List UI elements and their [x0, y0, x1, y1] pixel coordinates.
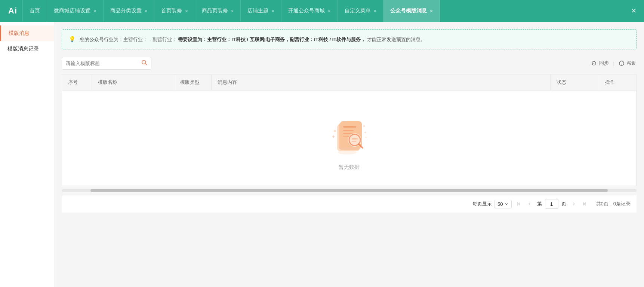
tab-micro-shop-label: 微商城店铺设置: [54, 7, 90, 14]
svg-rect-16: [352, 141, 356, 142]
tab-store-theme-close[interactable]: ×: [271, 8, 274, 14]
tab-open-mall-label: 开通公众号商城: [288, 7, 325, 14]
search-input-wrap: [62, 57, 151, 70]
last-page-icon: [582, 202, 586, 206]
page-label-unit: 页: [561, 201, 566, 207]
col-status: 状态: [551, 74, 599, 91]
next-page-button[interactable]: [569, 199, 578, 208]
sidebar-item-template-message[interactable]: 模版消息: [0, 25, 54, 41]
col-content: 消息内容: [212, 74, 551, 91]
content-area: 💡 您的公众号行业为：主营行业：，副营行业： 需要设置为：主营行业：IT科技 /…: [54, 22, 644, 287]
help-button[interactable]: ? 帮助: [619, 60, 637, 67]
chevron-down-icon: [505, 202, 508, 206]
tab-logo: Ai: [3, 0, 23, 22]
tab-homepage-decoration[interactable]: 首页装修 ×: [154, 0, 195, 22]
svg-line-1: [145, 64, 147, 65]
tab-custom-menu-label: 自定义菜单: [345, 7, 371, 14]
main-layout: 模版消息 模版消息记录 💡 您的公众号行业为：主营行业：，副营行业： 需要设置为…: [0, 22, 644, 287]
col-name: 模版名称: [92, 74, 174, 91]
sync-label: 同步: [599, 60, 609, 67]
notice-prefix: 您的公众号行业为：主营行业：，副营行业：: [80, 37, 177, 42]
help-label: 帮助: [627, 60, 637, 67]
tab-template-message-label: 公众号模版消息: [390, 7, 427, 14]
search-actions: 同步 | ? 帮助: [591, 60, 637, 67]
sidebar-item-template-message-label: 模版消息: [9, 30, 30, 36]
tab-open-mall-close[interactable]: ×: [328, 8, 331, 14]
notice-icon: 💡: [69, 36, 76, 42]
data-table: 序号 模版名称 模版类型 消息内容 状态 操作: [62, 74, 637, 186]
tab-homepage-decoration-label: 首页装修: [161, 7, 182, 14]
page-size-value: 50: [497, 201, 503, 207]
prev-page-button[interactable]: [525, 199, 534, 208]
svg-rect-8: [343, 126, 356, 128]
col-index: 序号: [62, 74, 92, 91]
toolbar-divider: |: [613, 61, 614, 66]
empty-illustration: [327, 113, 372, 158]
empty-text: 暂无数据: [339, 164, 360, 171]
svg-rect-9: [343, 130, 354, 131]
first-page-icon: [517, 202, 521, 206]
svg-point-19: [365, 137, 367, 138]
page-size-select: 每页显示 50: [472, 200, 511, 208]
search-icon[interactable]: [141, 59, 147, 67]
tab-custom-menu[interactable]: 自定义菜单 ×: [338, 0, 384, 22]
horizontal-scrollbar[interactable]: [62, 189, 637, 192]
notice-banner: 💡 您的公众号行业为：主营行业：，副营行业： 需要设置为：主营行业：IT科技 /…: [62, 29, 637, 49]
tab-product-category-close[interactable]: ×: [145, 8, 148, 14]
tab-store-theme[interactable]: 店铺主题 ×: [241, 0, 281, 22]
tab-home[interactable]: 首页: [23, 0, 47, 22]
tab-product-category-label: 商品分类设置: [110, 7, 142, 14]
total-info: 共0页，0条记录: [596, 201, 631, 207]
svg-point-17: [334, 130, 336, 132]
global-close-button[interactable]: ✕: [626, 7, 641, 15]
current-page-input[interactable]: [545, 199, 558, 209]
tab-custom-menu-close[interactable]: ×: [374, 8, 377, 14]
tab-product-category[interactable]: 商品分类设置 ×: [104, 0, 155, 22]
sidebar: 模版消息 模版消息记录: [0, 22, 54, 287]
tab-micro-shop[interactable]: 微商城店铺设置 ×: [47, 0, 104, 22]
tab-open-mall[interactable]: 开通公众号商城 ×: [281, 0, 338, 22]
tab-home-label: 首页: [30, 7, 40, 14]
prev-page-icon: [527, 202, 532, 206]
scroll-thumb[interactable]: [90, 189, 608, 192]
next-page-icon: [571, 202, 576, 206]
notice-suffix: 才能正常发送预置的消息。: [367, 37, 425, 42]
col-type: 模版类型: [174, 74, 212, 91]
page-navigation: 第 页: [515, 199, 589, 209]
sidebar-item-template-record-label: 模版消息记录: [7, 46, 39, 52]
search-bar: 同步 | ? 帮助: [62, 57, 637, 70]
tab-template-message-close[interactable]: ×: [430, 8, 433, 14]
col-action: 操作: [599, 74, 637, 91]
tab-homepage-decoration-close[interactable]: ×: [185, 8, 188, 14]
svg-text:?: ?: [621, 62, 623, 65]
tab-template-message[interactable]: 公众号模版消息 ×: [383, 0, 440, 22]
page-label-first: 第: [537, 201, 542, 207]
notice-highlight: 需要设置为：主营行业：IT科技 / 互联网|电子商务，副营行业：IT科技 / I…: [178, 37, 366, 42]
first-page-button[interactable]: [515, 199, 524, 208]
tab-micro-shop-close[interactable]: ×: [93, 8, 96, 14]
search-input[interactable]: [66, 61, 141, 66]
svg-point-18: [363, 125, 365, 127]
page-size-dropdown[interactable]: 50: [494, 200, 511, 208]
tab-product-decoration-label: 商品页装修: [202, 7, 228, 14]
logo-text: Ai: [8, 6, 17, 16]
last-page-button[interactable]: [580, 199, 589, 208]
table-header-row: 序号 模版名称 模版类型 消息内容 状态 操作: [62, 74, 637, 91]
pagination-bar: 每页显示 50: [62, 195, 637, 213]
page-size-label: 每页显示: [472, 201, 492, 207]
tab-bar: Ai 首页 微商城店铺设置 × 商品分类设置 × 首页装修 × 商品页装修 × …: [0, 0, 644, 22]
empty-state: 暂无数据: [62, 91, 636, 186]
sidebar-item-template-record[interactable]: 模版消息记录: [0, 41, 54, 57]
tab-store-theme-label: 店铺主题: [247, 7, 268, 14]
tab-product-decoration-close[interactable]: ×: [231, 8, 234, 14]
tab-product-decoration[interactable]: 商品页装修 ×: [195, 0, 241, 22]
svg-rect-15: [352, 138, 358, 140]
sync-button[interactable]: 同步: [591, 60, 609, 67]
